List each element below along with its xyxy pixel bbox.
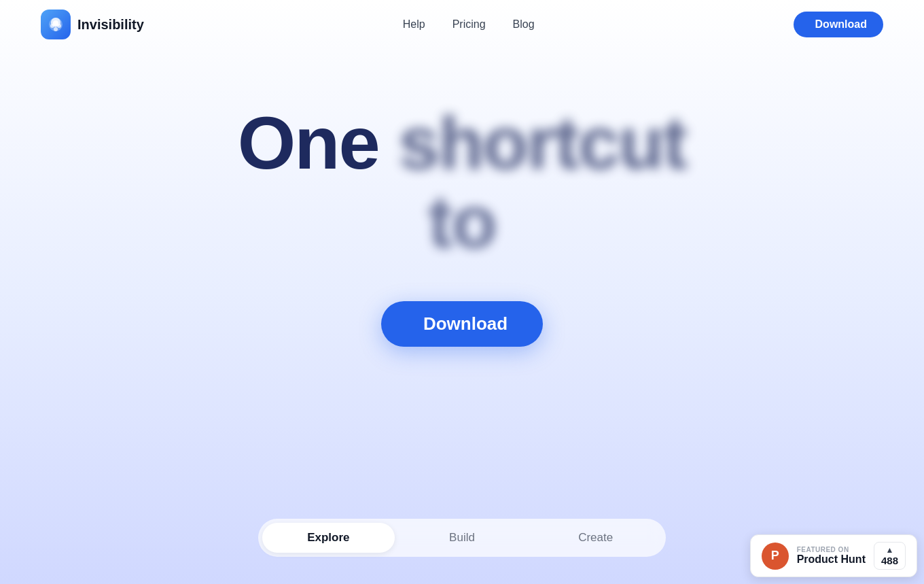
logo[interactable]: Invisibility — [41, 10, 144, 39]
nav-blog[interactable]: Blog — [513, 18, 535, 30]
ph-name: Product Hunt — [797, 553, 866, 566]
svg-point-2 — [50, 24, 54, 28]
hero-download-button[interactable]: Download — [381, 301, 543, 347]
ph-vote[interactable]: ▲ 488 — [874, 542, 906, 570]
svg-point-4 — [54, 27, 58, 31]
ph-arrow-icon: ▲ — [886, 545, 894, 555]
nav-download-label: Download — [815, 18, 867, 31]
ph-vote-count: 488 — [881, 555, 898, 566]
logo-icon — [41, 10, 71, 39]
hero-download-label: Download — [423, 313, 508, 334]
tab-create[interactable]: Create — [529, 523, 662, 553]
hero-line2: to — [238, 182, 687, 261]
ph-info: FEATURED ON Product Hunt — [797, 546, 866, 566]
nav-download-button[interactable]: Download — [794, 12, 883, 37]
hero-line1-blurred: shortcut — [398, 103, 686, 182]
hero-line1: One shortcut — [238, 103, 687, 182]
nav-links: Help Pricing Blog — [403, 18, 535, 31]
hero-heading: One shortcut to — [238, 103, 687, 260]
navbar: Invisibility Help Pricing Blog Download — [0, 0, 924, 49]
ph-logo: P — [762, 543, 789, 570]
tab-bar: Explore Build Create — [258, 519, 666, 557]
hero-cta: Download — [381, 301, 543, 347]
logo-text: Invisibility — [77, 17, 144, 33]
hero-section: One shortcut to Download — [0, 49, 924, 347]
ph-featured-label: FEATURED ON — [797, 546, 866, 553]
svg-point-3 — [57, 24, 61, 28]
tab-explore[interactable]: Explore — [262, 523, 395, 553]
nav-help[interactable]: Help — [403, 18, 425, 30]
nav-pricing[interactable]: Pricing — [452, 18, 486, 30]
product-hunt-badge[interactable]: P FEATURED ON Product Hunt ▲ 488 — [750, 534, 917, 577]
tab-bar-wrapper: Explore Build Create — [258, 519, 666, 557]
tab-build[interactable]: Build — [396, 523, 529, 553]
